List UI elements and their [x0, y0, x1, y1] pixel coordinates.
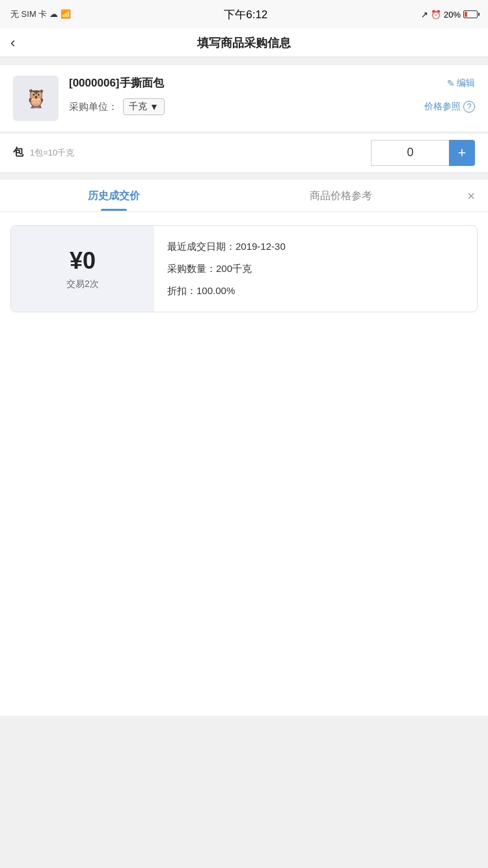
tab-history-price[interactable]: 历史成交价 — [0, 180, 227, 211]
purchase-unit-label: 采购单位： — [69, 101, 118, 113]
location-icon: ↗ — [421, 10, 428, 20]
battery-percent: 20% — [444, 10, 461, 20]
page-title: 填写商品采购信息 — [197, 35, 291, 51]
quantity-value: 0 — [407, 146, 413, 159]
battery-fill — [465, 12, 467, 17]
product-thumbnail: 🦉 — [13, 75, 59, 121]
back-button[interactable]: ‹ — [10, 34, 15, 51]
purchase-qty-row: 采购数量：200千克 — [167, 261, 464, 277]
unit-badge: 包 — [13, 146, 23, 159]
product-info: [0000006]手撕面包 ✎ 编辑 采购单位： 千克 ▼ 价格参照 ? — [69, 75, 475, 115]
recent-date-label: 最近成交日期： — [167, 241, 236, 252]
quantity-label: 包 1包=10千克 — [13, 146, 74, 159]
product-title-row: [0000006]手撕面包 ✎ 编辑 — [69, 75, 475, 90]
unit-select[interactable]: 千克 ▼ — [123, 98, 165, 115]
recent-date-value: 2019-12-30 — [236, 241, 286, 252]
dropdown-arrow-icon: ▼ — [150, 102, 159, 112]
edit-icon: ✎ — [447, 78, 455, 88]
status-time: 下午6:12 — [224, 7, 267, 22]
discount-value: 100.00% — [197, 285, 235, 296]
quantity-input-group: 0 + — [371, 140, 475, 166]
purchase-qty-value: 200千克 — [216, 263, 252, 274]
tabs-container: 历史成交价 商品价格参考 × ¥0 交易2次 最近成交日期：2019-12-30… — [0, 180, 488, 325]
quantity-display[interactable]: 0 — [371, 140, 449, 166]
price-amount: ¥0 — [70, 247, 96, 275]
trade-count: 交易2次 — [66, 278, 99, 290]
purchase-unit-row: 采购单位： 千克 ▼ 价格参照 ? — [69, 98, 475, 115]
price-data-section: ¥0 交易2次 最近成交日期：2019-12-30 采购数量：200千克 折扣：… — [0, 212, 488, 325]
battery-icon — [463, 10, 478, 18]
alarm-icon: ⏰ — [431, 10, 441, 20]
purchase-qty-label: 采购数量： — [167, 263, 216, 274]
edit-button[interactable]: ✎ 编辑 — [447, 77, 475, 89]
status-right: ↗ ⏰ 20% — [421, 10, 478, 20]
nav-bar: ‹ 填写商品采购信息 — [0, 29, 488, 57]
bottom-space — [0, 325, 488, 716]
status-left: 无 SIM 卡 ☁ 📶 — [10, 8, 71, 20]
edit-label: 编辑 — [457, 77, 475, 89]
price-ref-label: 价格参照 — [424, 101, 461, 113]
product-title: 手撕面包 — [120, 77, 164, 89]
discount-label: 折扣： — [167, 285, 197, 296]
status-bar: 无 SIM 卡 ☁ 📶 下午6:12 ↗ ⏰ 20% — [0, 0, 488, 29]
product-card: 🦉 [0000006]手撕面包 ✎ 编辑 采购单位： 千克 ▼ 价格参照 ? — [0, 65, 488, 131]
close-tab-button[interactable]: × — [454, 180, 488, 211]
price-right-panel: 最近成交日期：2019-12-30 采购数量：200千克 折扣：100.00% — [154, 226, 477, 312]
tabs-header: 历史成交价 商品价格参考 × — [0, 180, 488, 212]
product-logo: 🦉 — [25, 88, 47, 109]
increment-button[interactable]: + — [449, 140, 475, 166]
help-circle-icon: ? — [463, 101, 475, 113]
unit-value: 千克 — [129, 101, 147, 113]
discount-row: 折扣：100.00% — [167, 283, 464, 299]
price-left-panel: ¥0 交易2次 — [11, 226, 154, 312]
product-id: [0000006] — [69, 77, 120, 89]
product-name: [0000006]手撕面包 — [69, 75, 164, 90]
price-data-card: ¥0 交易2次 最近成交日期：2019-12-30 采购数量：200千克 折扣：… — [10, 225, 478, 312]
quantity-section: 包 1包=10千克 0 + — [0, 133, 488, 172]
tab-product-price-ref[interactable]: 商品价格参考 — [227, 180, 454, 211]
unit-hint: 1包=10千克 — [30, 147, 74, 159]
price-ref-button[interactable]: 价格参照 ? — [424, 101, 475, 113]
recent-date-row: 最近成交日期：2019-12-30 — [167, 239, 464, 254]
